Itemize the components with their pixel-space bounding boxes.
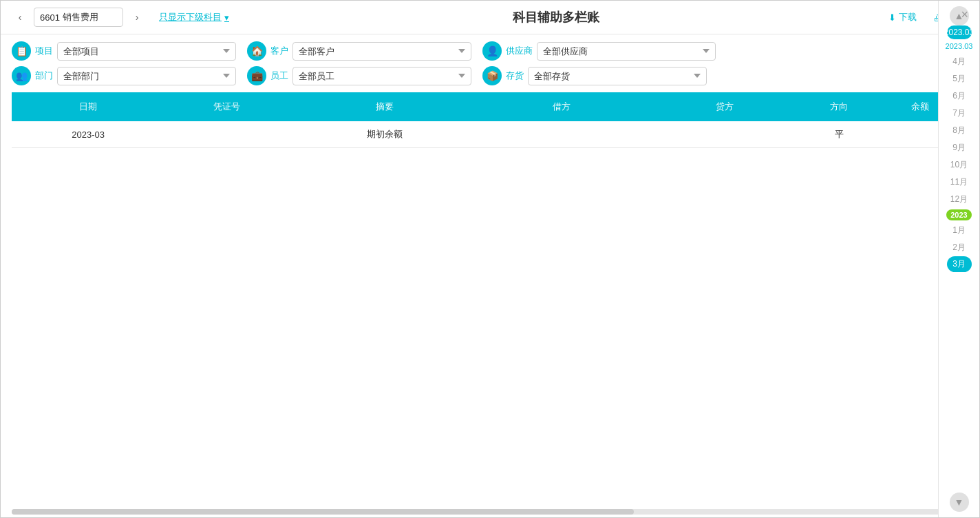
scroll-thumb[interactable] — [12, 509, 634, 515]
download-icon: ⬇ — [888, 12, 896, 23]
supplier-select[interactable]: 全部供应商 — [537, 42, 716, 61]
col-debit: 借方 — [480, 92, 643, 121]
year-badge-2023: 2023 — [946, 209, 971, 220]
employee-filter: 💼 员工 全部员工 — [247, 66, 471, 85]
horizontal-scrollbar[interactable] — [1, 504, 979, 517]
cell-credit — [643, 121, 805, 148]
main-content: ‹ 6601 销售费用 › 只显示下级科目 ▾ 科目辅助多栏账 ⬇ 下载 🖨 打… — [1, 1, 979, 517]
page-title: 科目辅助多栏账 — [235, 9, 877, 25]
timeline-item-9[interactable]: 9月 — [939, 139, 979, 156]
timeline-sidebar: ▲ 2023.03 2023.03 4月 5月 6月 7月 8月 9月 10月 … — [938, 1, 979, 517]
col-credit: 贷方 — [643, 92, 805, 121]
col-date: 日期 — [12, 92, 164, 121]
cell-summary: 期初余额 — [289, 121, 480, 148]
filter-row-2: 👥 部门 全部部门 💼 员工 全部员工 📦 存货 — [12, 66, 968, 85]
table-container: 日期 凭证号 摘要 借方 贷方 方向 余额 2023-03 期初余额 平 — [1, 92, 979, 504]
department-icon: 👥 — [12, 66, 31, 85]
timeline-item-12[interactable]: 12月 — [939, 191, 979, 208]
show-sub-label: 只显示下级科目 — [159, 11, 222, 23]
filter-area: 📋 项目 全部项目 🏠 客户 全部客户 👤 供应商 — [1, 34, 979, 92]
prev-account-button[interactable]: ‹ — [12, 9, 28, 25]
filter-row-1: 📋 项目 全部项目 🏠 客户 全部客户 👤 供应商 — [12, 41, 968, 61]
chevron-down-icon: ▾ — [224, 12, 229, 23]
customer-filter: 🏠 客户 全部客户 — [247, 41, 471, 61]
project-icon: 📋 — [12, 41, 31, 61]
customer-select[interactable]: 全部客户 — [292, 42, 471, 61]
department-label: 部门 — [35, 70, 53, 82]
cell-debit — [480, 121, 643, 148]
col-voucher: 凭证号 — [164, 92, 289, 121]
timeline-item-2023-03[interactable]: 2023.03 — [939, 39, 979, 53]
cell-direction: 平 — [806, 121, 873, 148]
inventory-filter: 📦 存货 全部存货 — [482, 66, 707, 85]
col-summary: 摘要 — [289, 92, 480, 121]
table-body: 2023-03 期初余额 平 — [12, 121, 968, 148]
cell-date: 2023-03 — [12, 121, 164, 148]
main-window: × ‹ 6601 销售费用 › 只显示下级科目 ▾ 科目辅助多栏账 ⬇ 下载 🖨… — [0, 0, 980, 518]
ledger-table: 日期 凭证号 摘要 借方 贷方 方向 余额 2023-03 期初余额 平 — [12, 92, 968, 148]
show-sub-checkbox[interactable]: 只显示下级科目 ▾ — [159, 11, 229, 23]
timeline-item-8[interactable]: 8月 — [939, 122, 979, 139]
table-header-row: 日期 凭证号 摘要 借方 贷方 方向 余额 — [12, 92, 968, 121]
timeline-item-10[interactable]: 10月 — [939, 156, 979, 174]
inventory-icon: 📦 — [482, 66, 502, 85]
account-code-display: 6601 销售费用 — [34, 8, 123, 27]
toolbar: ‹ 6601 销售费用 › 只显示下级科目 ▾ 科目辅助多栏账 ⬇ 下载 🖨 打… — [1, 1, 979, 34]
project-select[interactable]: 全部项目 — [57, 42, 236, 61]
supplier-filter: 👤 供应商 全部供应商 — [482, 41, 716, 61]
close-button[interactable]: × — [961, 8, 968, 22]
inventory-select[interactable]: 全部存货 — [528, 67, 707, 85]
customer-icon: 🏠 — [247, 41, 266, 61]
timeline-item-6[interactable]: 6月 — [939, 87, 979, 105]
employee-icon: 💼 — [247, 66, 266, 85]
download-label: 下载 — [899, 11, 917, 23]
inventory-label: 存货 — [506, 70, 524, 82]
timeline-item-3-highlighted[interactable]: 3月 — [947, 256, 972, 272]
timeline-item-4[interactable]: 4月 — [939, 53, 979, 70]
department-filter: 👥 部门 全部部门 — [12, 66, 236, 85]
project-label: 项目 — [35, 45, 53, 57]
account-name-text: 销售费用 — [63, 11, 98, 23]
employee-label: 员工 — [270, 70, 288, 82]
supplier-label: 供应商 — [506, 45, 533, 57]
timeline-item-5[interactable]: 5月 — [939, 70, 979, 87]
timeline-item-2[interactable]: 2月 — [939, 239, 979, 256]
timeline-item-1[interactable]: 1月 — [939, 222, 979, 239]
timeline-item-2023-03-selected[interactable]: 2023.03 — [947, 25, 972, 39]
timeline-item-11[interactable]: 11月 — [939, 174, 979, 191]
timeline-item-7[interactable]: 7月 — [939, 105, 979, 122]
next-account-button[interactable]: › — [129, 9, 145, 25]
scroll-track[interactable] — [12, 509, 968, 515]
timeline-down-button[interactable]: ▼ — [950, 493, 969, 512]
supplier-icon: 👤 — [482, 41, 502, 61]
download-button[interactable]: ⬇ 下载 — [883, 8, 922, 26]
cell-voucher — [164, 121, 289, 148]
department-select[interactable]: 全部部门 — [57, 67, 236, 85]
employee-select[interactable]: 全部员工 — [292, 67, 471, 85]
col-direction: 方向 — [806, 92, 873, 121]
customer-label: 客户 — [270, 45, 288, 57]
account-code-text: 6601 — [40, 12, 60, 23]
table-row: 2023-03 期初余额 平 — [12, 121, 968, 148]
project-filter: 📋 项目 全部项目 — [12, 41, 236, 61]
